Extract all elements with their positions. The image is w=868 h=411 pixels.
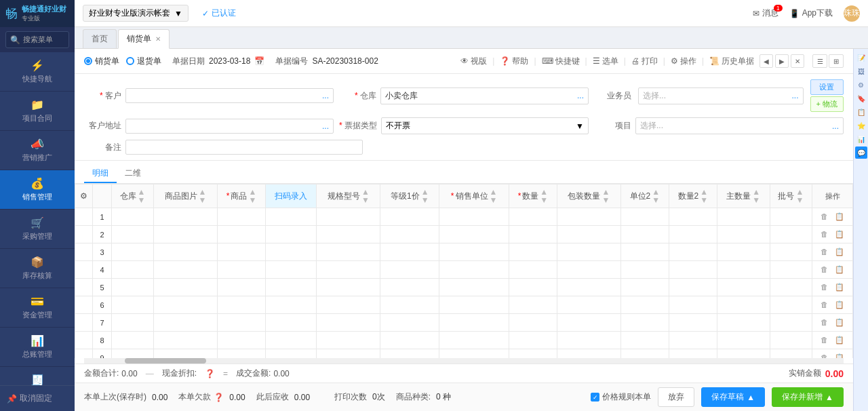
row-pack-qty-cell[interactable] [557,296,620,314]
row-goods-cell[interactable] [218,261,266,279]
row-batch-cell[interactable] [770,296,812,314]
delete-row-icon[interactable]: 🗑 [818,265,830,274]
row-pack-qty-cell[interactable] [557,243,620,261]
row-spec-cell[interactable] [317,349,380,359]
row-qty2-cell[interactable] [669,261,717,279]
view-grid-btn[interactable]: ⊞ [829,54,844,68]
row-batch-cell[interactable] [770,208,812,226]
sidebar-item-sales[interactable]: 💰 销售管理 [0,170,75,210]
row-unit2-cell[interactable] [620,208,669,226]
shortcut-btn[interactable]: ⌨ 快捷键 [542,56,580,67]
row-unit2-cell[interactable] [620,349,669,359]
inner-tab-detail[interactable]: 明细 [84,165,117,183]
customer-input[interactable]: ... [125,88,334,103]
sidebar-item-funds[interactable]: 💳 资金管理 [0,288,75,328]
row-unit-cell[interactable] [439,332,509,349]
nav-prev-btn[interactable]: ◀ [760,54,773,68]
row-spec-cell[interactable] [317,208,380,226]
row-spec-cell[interactable] [317,243,380,261]
row-unit2-cell[interactable] [620,332,669,349]
copy-row-icon[interactable]: 📋 [833,282,846,292]
copy-row-icon[interactable]: 📋 [833,265,846,274]
copy-row-icon[interactable]: 📋 [833,353,846,358]
address-input[interactable]: ... [125,119,334,134]
row-pack-qty-cell[interactable] [557,226,620,243]
tab-home[interactable]: 首页 [83,29,117,48]
row-img-cell[interactable] [154,314,218,332]
row-main-qty-cell[interactable] [717,296,770,314]
salesperson-input[interactable]: 选择... ... [638,87,804,104]
scroll-bar[interactable] [84,358,844,364]
row-main-qty-cell[interactable] [717,243,770,261]
invoice-select[interactable]: 不开票 ▼ [381,117,589,134]
delete-row-icon[interactable]: 🗑 [818,247,830,256]
row-main-qty-cell[interactable] [717,332,770,349]
project-input[interactable]: 选择... ... [635,117,844,134]
copy-row-icon[interactable]: 📋 [833,335,846,345]
sidebar-item-marketing[interactable]: 📣 营销推广 [0,131,75,170]
row-spec-cell[interactable] [317,296,380,314]
row-price1-cell[interactable] [380,279,439,296]
row-spec-cell[interactable] [317,279,380,296]
message-button[interactable]: ✉ 消息 1 [753,7,778,19]
row-warehouse-cell[interactable] [112,332,154,349]
discard-button[interactable]: 放弃 [658,387,694,407]
row-unit-cell[interactable] [439,349,509,359]
row-qty2-cell[interactable] [669,226,717,243]
row-warehouse-cell[interactable] [112,243,154,261]
row-pack-qty-cell[interactable] [557,279,620,296]
history-btn[interactable]: 📜 历史单据 [709,56,754,67]
row-goods-cell[interactable] [218,226,266,243]
print-btn[interactable]: 🖨 打印 [631,56,658,67]
row-warehouse-cell[interactable] [112,296,154,314]
row-batch-cell[interactable] [770,349,812,359]
row-price1-cell[interactable] [380,296,439,314]
help-btn[interactable]: ❓ 帮助 [500,56,528,67]
row-unit2-cell[interactable] [620,296,669,314]
row-scan-cell[interactable] [265,208,317,226]
row-batch-cell[interactable] [770,279,812,296]
row-unit-cell[interactable] [439,261,509,279]
row-batch-cell[interactable] [770,332,812,349]
row-price1-cell[interactable] [380,208,439,226]
row-warehouse-cell[interactable] [112,226,154,243]
delete-row-icon[interactable]: 🗑 [818,300,830,309]
right-tool-2[interactable]: 🖼 [855,65,867,77]
row-warehouse-cell[interactable] [112,349,154,359]
sidebar-item-inventory[interactable]: 📦 库存核算 [0,249,75,288]
row-qty-cell[interactable] [509,279,557,296]
right-tool-5[interactable]: 📋 [855,106,867,118]
row-qty2-cell[interactable] [669,208,717,226]
row-qty2-cell[interactable] [669,332,717,349]
right-tool-4[interactable]: 🔖 [855,92,867,104]
select-btn[interactable]: ☰ 选单 [593,56,618,67]
row-main-qty-cell[interactable] [717,226,770,243]
row-qty2-cell[interactable] [669,243,717,261]
row-unit-cell[interactable] [439,314,509,332]
row-scan-cell[interactable] [265,314,317,332]
row-unit-cell[interactable] [439,279,509,296]
tab-sales-order[interactable]: 销货单 ✕ [118,29,170,49]
copy-row-icon[interactable]: 📋 [833,300,846,309]
row-main-qty-cell[interactable] [717,261,770,279]
company-selector[interactable]: 好业财专业版演示帐套 ▼ [83,5,189,22]
scroll-thumb[interactable] [125,358,206,364]
row-unit-cell[interactable] [439,296,509,314]
row-goods-cell[interactable] [218,314,266,332]
row-warehouse-cell[interactable] [112,261,154,279]
row-pack-qty-cell[interactable] [557,314,620,332]
row-batch-cell[interactable] [770,226,812,243]
row-price1-cell[interactable] [380,332,439,349]
copy-row-icon[interactable]: 📋 [833,247,846,256]
right-tool-7[interactable]: 📊 [855,133,867,145]
row-img-cell[interactable] [154,279,218,296]
tab-close-icon[interactable]: ✕ [155,35,161,43]
nav-close-btn[interactable]: ✕ [791,54,804,68]
th-setting[interactable]: ⚙ [75,184,93,208]
row-price1-cell[interactable] [380,261,439,279]
right-tool-8[interactable]: 💬 [855,146,867,159]
row-goods-cell[interactable] [218,349,266,359]
right-tool-6[interactable]: ⭐ [855,119,867,132]
copy-row-icon[interactable]: 📋 [833,317,846,327]
row-unit2-cell[interactable] [620,279,669,296]
